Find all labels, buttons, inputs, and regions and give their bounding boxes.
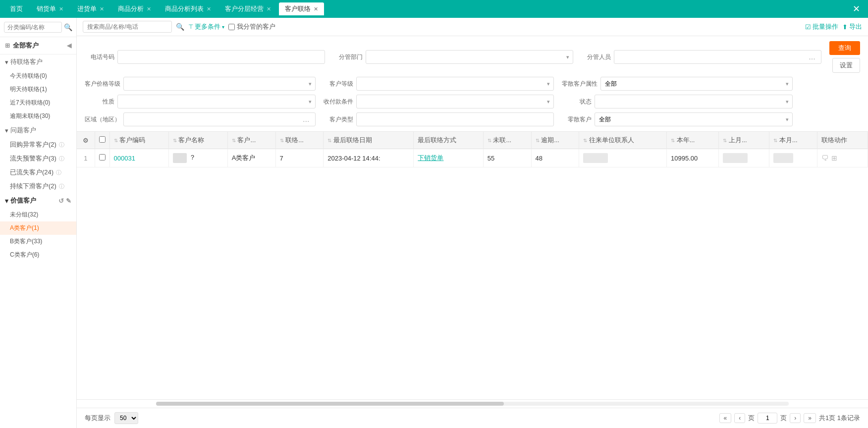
scrollbar-track[interactable] [156, 402, 789, 406]
col-sort-icon-code[interactable]: ⇅ [114, 138, 118, 143]
person-input[interactable] [614, 50, 821, 64]
edit-icon[interactable]: ✎ [66, 197, 71, 205]
nav-tab-sales[interactable]: 销货单 ✕ [31, 2, 69, 15]
col-sort-icon-contact[interactable]: ⇅ [280, 138, 284, 143]
col-sort-icon-ty[interactable]: ⇅ [671, 138, 675, 143]
sidebar-collapse-btn[interactable]: ◀ [67, 42, 71, 49]
th-overdue-label: 逾期... [541, 136, 559, 144]
query-btn[interactable]: 查询 [829, 41, 860, 55]
filter-more-btn[interactable]: ⊤ 更多条件 ▾ [188, 22, 224, 31]
row-name-text: ？ [189, 154, 196, 161]
settings-gear-icon[interactable]: ⚙ [83, 137, 89, 144]
price-grade-select[interactable] [123, 77, 316, 91]
row-last-method-link[interactable]: 下销货单 [418, 154, 443, 161]
per-page-label: 每页显示 [85, 414, 110, 423]
sidebar-section-pending-label: 待联络客户 [10, 57, 43, 66]
sidebar-search-input[interactable] [4, 22, 62, 33]
row-overdue: 48 [531, 149, 579, 167]
page-input[interactable] [758, 413, 777, 424]
sidebar-item-churn-warning[interactable]: 流失预警客户(3) ⓘ [0, 152, 76, 165]
col-sort-icon-uncontacted[interactable]: ⇅ [488, 138, 491, 143]
nav-tab-customer-segment-close[interactable]: ✕ [267, 6, 271, 12]
last-page-btn[interactable]: » [804, 413, 816, 423]
sidebar-section-pending[interactable]: ▾ 待联络客户 [0, 54, 76, 69]
per-page-select[interactable]: 50 [114, 412, 138, 424]
close-all-btn[interactable]: ✕ [849, 3, 864, 14]
settings-btn[interactable]: 设置 [832, 58, 860, 73]
select-all-checkbox[interactable] [99, 136, 106, 143]
person-dots-btn[interactable]: … [807, 53, 817, 61]
th-settings[interactable]: ⚙ [77, 132, 95, 149]
sidebar-search-icon[interactable]: 🔍 [64, 23, 72, 31]
filter-search-icon[interactable]: 🔍 [176, 23, 184, 31]
nav-tab-home[interactable]: 首页 [4, 2, 29, 15]
export-btn[interactable]: ⬆ 导出 [842, 22, 862, 31]
filter-form: 电话号码 分管部门 分管人员 … 查询 设置 [77, 36, 868, 132]
filter-search-input[interactable] [83, 21, 172, 33]
repurchase-label: 回购异常客户(2) [10, 141, 56, 148]
sidebar-item-repurchase-abnormal[interactable]: 回购异常客户(2) ⓘ [0, 138, 76, 152]
info-icon-2: ⓘ [56, 169, 61, 175]
col-sort-icon-tm[interactable]: ⇅ [773, 138, 777, 143]
my-customers-checkbox[interactable] [228, 24, 235, 30]
col-sort-icon-name[interactable]: ⇅ [173, 138, 177, 143]
th-type: ⇅ 客户... [227, 132, 275, 149]
connect-icon[interactable]: ⊞ [831, 154, 837, 162]
dept-select[interactable] [366, 50, 573, 64]
nav-tab-customer-contact-close[interactable]: ✕ [314, 6, 318, 12]
th-last-month-label: 上月... [729, 136, 747, 144]
nav-tab-analysis-close[interactable]: ✕ [147, 6, 151, 12]
col-sort-icon-last-date[interactable]: ⇅ [327, 138, 331, 143]
next-page-btn[interactable]: › [790, 413, 801, 423]
nav-tab-purchase-close[interactable]: ✕ [100, 6, 104, 12]
row-checkbox[interactable] [99, 154, 106, 160]
payment-select[interactable] [356, 95, 554, 108]
customer-type-input[interactable] [356, 112, 554, 126]
th-type-label: 客户... [237, 136, 256, 144]
col-sort-icon-cp[interactable]: ⇅ [583, 138, 587, 143]
phone-input[interactable] [117, 50, 325, 64]
sidebar-item-tomorrow[interactable]: 明天待联络(1) [0, 83, 76, 96]
sidebar-item-ungrouped[interactable]: 未分组(32) [0, 208, 76, 221]
row-code[interactable]: 000031 [109, 149, 168, 167]
sidebar-item-class-c[interactable]: C类客户(6) [0, 248, 76, 262]
first-page-btn[interactable]: « [719, 413, 732, 423]
sidebar-item-overdue[interactable]: 逾期未联络(30) [0, 109, 76, 123]
nav-tab-customer-contact[interactable]: 客户联络 ✕ [279, 2, 324, 15]
sidebar-item-declining[interactable]: 持续下滑客户(2) ⓘ [0, 179, 76, 193]
sidebar-section-problems[interactable]: ▾ 问题客户 [0, 123, 76, 138]
row-name: ？ [168, 149, 227, 167]
nav-tab-customer-segment[interactable]: 客户分层经营 ✕ [219, 2, 277, 15]
refresh-icon[interactable]: ↺ [58, 197, 64, 205]
nav-tab-sales-close[interactable]: ✕ [59, 6, 63, 12]
retail-attr-select[interactable]: 全部 [600, 77, 793, 91]
nav-tab-analysis-list-close[interactable]: ✕ [207, 6, 211, 12]
sidebar-item-today[interactable]: 今天待联络(0) [0, 69, 76, 83]
lm-placeholder [723, 153, 748, 163]
sidebar-item-class-a[interactable]: A类客户(1) [0, 221, 76, 235]
region-field: 区域（地区） … [85, 112, 316, 126]
sidebar-item-class-b[interactable]: B类客户(33) [0, 235, 76, 248]
filter-row-2: 客户价格等级 客户等级 零散客户属性 全部 [85, 77, 860, 91]
content-area: 🔍 ⊤ 更多条件 ▾ 我分管的客户 ☑ 批量操作 ⬆ 导出 [77, 18, 868, 428]
retail-customer-select[interactable]: 全部 [595, 112, 793, 126]
col-sort-icon-type[interactable]: ⇅ [232, 138, 236, 143]
nav-tab-analysis-list[interactable]: 商品分析列表 ✕ [159, 2, 217, 15]
status-select[interactable] [595, 95, 793, 108]
nav-tab-purchase[interactable]: 进货单 ✕ [71, 2, 110, 15]
region-input[interactable] [123, 112, 316, 126]
region-dots-btn[interactable]: … [301, 115, 312, 123]
message-icon[interactable]: 🗨 [821, 154, 828, 162]
col-sort-icon-lm[interactable]: ⇅ [723, 138, 727, 143]
nav-tab-analysis[interactable]: 商品分析 ✕ [112, 2, 157, 15]
th-contact: ⇅ 联络... [275, 132, 324, 149]
scrollbar-thumb[interactable] [156, 402, 504, 406]
person-label: 分管人员 [581, 53, 611, 61]
batch-ops-btn[interactable]: ☑ 批量操作 [805, 22, 838, 31]
col-sort-icon-overdue[interactable]: ⇅ [536, 138, 540, 143]
nature-select[interactable] [117, 95, 316, 108]
prev-page-btn[interactable]: ‹ [734, 413, 745, 423]
sidebar-item-churned[interactable]: 已流失客户(24) ⓘ [0, 165, 76, 179]
sidebar-item-7days[interactable]: 近7天待联络(0) [0, 96, 76, 109]
customer-grade-select[interactable] [356, 77, 554, 91]
